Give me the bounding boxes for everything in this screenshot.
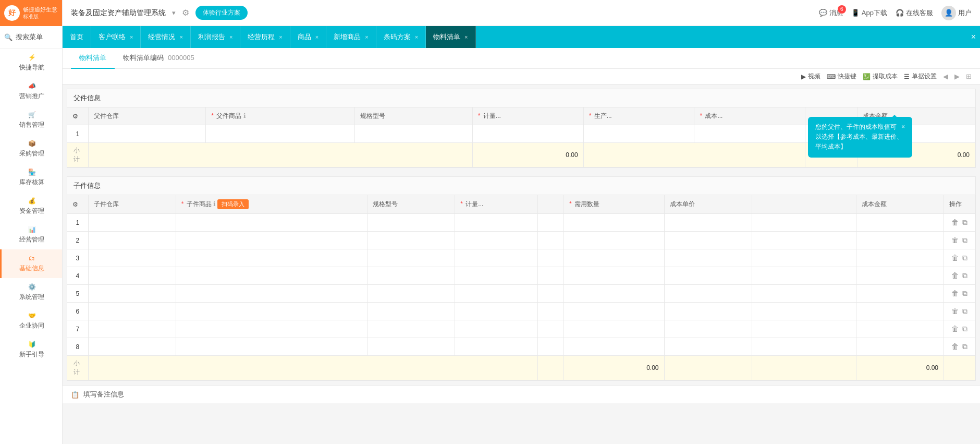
child-unit-cell[interactable]	[455, 214, 538, 232]
child-unit-cell[interactable]	[455, 303, 538, 320]
child-unit-price-cell[interactable]	[664, 214, 752, 232]
child-goods-cell[interactable]	[176, 320, 367, 338]
sidebar-item-operation[interactable]: 📊 经营管理	[0, 221, 62, 249]
tab-goods[interactable]: 商品 ×	[290, 26, 326, 48]
child-spec-cell[interactable]	[368, 267, 455, 285]
parent-production-cell[interactable]	[583, 125, 694, 143]
child-quantity-cell[interactable]	[564, 320, 664, 338]
copy-icon[interactable]: ⧉	[962, 325, 967, 333]
delete-icon[interactable]: 🗑	[951, 307, 959, 315]
child-quantity-cell[interactable]	[564, 285, 664, 303]
parent-cost-cell[interactable]	[694, 125, 805, 143]
child-spec-cell[interactable]	[368, 214, 455, 232]
tab-bom[interactable]: 物料清单 ×	[426, 26, 475, 48]
child-unit-price-cell[interactable]	[664, 285, 752, 303]
child-goods-cell[interactable]	[176, 249, 367, 267]
tab-customer-close[interactable]: ×	[130, 34, 133, 40]
sidebar-item-basic-info[interactable]: 🗂 基础信息	[0, 249, 62, 278]
child-quantity-cell[interactable]	[564, 232, 664, 249]
sidebar-item-purchase[interactable]: 📦 采购管理	[0, 135, 62, 163]
child-spec-cell[interactable]	[368, 338, 455, 356]
delete-icon[interactable]: 🗑	[951, 271, 959, 280]
sidebar-item-sales[interactable]: 🛒 销售管理	[0, 106, 62, 135]
toolbar-extract-cost[interactable]: 💹 提取成本	[863, 72, 898, 81]
delete-icon[interactable]: 🗑	[951, 218, 959, 226]
delete-icon[interactable]: 🗑	[951, 254, 959, 262]
parent-warehouse-cell[interactable]	[88, 125, 206, 143]
tab-barcode[interactable]: 条码方案 ×	[376, 26, 426, 48]
tab-profit-close[interactable]: ×	[229, 34, 232, 40]
sidebar-item-inventory[interactable]: 🏪 库存核算	[0, 163, 62, 192]
tab-bom-close[interactable]: ×	[464, 34, 468, 40]
sub-tab-bom-list[interactable]: 物料清单	[71, 48, 115, 69]
copy-icon[interactable]: ⧉	[962, 289, 967, 297]
user-area[interactable]: 👤 用户	[941, 6, 972, 20]
child-unit-cell[interactable]	[455, 320, 538, 338]
toolbar-arrow-right[interactable]: ▶	[954, 73, 960, 80]
tab-new-goods[interactable]: 新增商品 ×	[326, 26, 376, 48]
tab-history-close[interactable]: ×	[279, 34, 282, 40]
toolbar-video[interactable]: ▶ 视频	[801, 72, 820, 81]
delete-icon[interactable]: 🗑	[951, 342, 959, 351]
child-goods-cell[interactable]	[176, 214, 367, 232]
toolbar-single-settings[interactable]: ☰ 单据设置	[904, 72, 937, 81]
sidebar-search[interactable]: 🔍 搜索菜单	[0, 26, 62, 49]
child-spec-cell[interactable]	[368, 320, 455, 338]
child-unit-price-cell[interactable]	[664, 303, 752, 320]
info-icon[interactable]: ℹ	[243, 112, 246, 119]
child-unit-cell[interactable]	[455, 249, 538, 267]
child-quantity-cell[interactable]	[564, 267, 664, 285]
tab-barcode-close[interactable]: ×	[415, 34, 418, 40]
child-goods-cell[interactable]	[176, 338, 367, 356]
child-spec-cell[interactable]	[368, 285, 455, 303]
child-warehouse-cell[interactable]	[88, 338, 176, 356]
child-warehouse-cell[interactable]	[88, 285, 176, 303]
child-unit-cell[interactable]	[455, 285, 538, 303]
tab-operation-close[interactable]: ×	[179, 34, 182, 40]
child-warehouse-cell[interactable]	[88, 320, 176, 338]
tooltip-close-button[interactable]: ×	[901, 122, 905, 132]
delete-icon[interactable]: 🗑	[951, 289, 959, 297]
toolbar-shortcut[interactable]: ⌨ 快捷键	[827, 72, 856, 81]
sidebar-item-finance[interactable]: 💰 资金管理	[0, 192, 62, 221]
tab-home[interactable]: 首页	[63, 26, 91, 48]
child-goods-cell[interactable]	[176, 303, 367, 320]
child-unit-price-cell[interactable]	[664, 320, 752, 338]
copy-icon[interactable]: ⧉	[962, 254, 967, 262]
info-icon[interactable]: ℹ	[213, 200, 216, 208]
child-unit-price-cell[interactable]	[664, 338, 752, 356]
child-warehouse-cell[interactable]	[88, 214, 176, 232]
copy-icon[interactable]: ⧉	[962, 342, 967, 351]
tab-goods-close[interactable]: ×	[315, 34, 318, 40]
delete-icon[interactable]: 🗑	[951, 236, 959, 244]
parent-goods-cell[interactable]	[206, 125, 355, 143]
settings-button[interactable]: ⚙	[182, 8, 189, 18]
copy-icon[interactable]: ⧉	[962, 236, 967, 244]
sidebar-item-enterprise[interactable]: 🤝 企业协同	[0, 307, 62, 335]
experience-button[interactable]: 体验行业方案	[195, 6, 248, 20]
child-quantity-cell[interactable]	[564, 249, 664, 267]
child-warehouse-cell[interactable]	[88, 249, 176, 267]
child-spec-cell[interactable]	[368, 232, 455, 249]
copy-icon[interactable]: ⧉	[962, 218, 967, 226]
child-goods-cell[interactable]	[176, 285, 367, 303]
toolbar-grid-icon[interactable]: ⊞	[966, 73, 972, 80]
child-unit-cell[interactable]	[455, 267, 538, 285]
toolbar-arrow-left[interactable]: ◀	[943, 73, 948, 80]
child-warehouse-cell[interactable]	[88, 303, 176, 320]
parent-spec-cell[interactable]	[355, 125, 473, 143]
child-goods-cell[interactable]	[176, 267, 367, 285]
app-download-button[interactable]: 📱 App下载	[851, 8, 887, 18]
child-goods-cell[interactable]	[176, 232, 367, 249]
parent-unit-cell[interactable]	[472, 125, 583, 143]
scan-button[interactable]: 扫码录入	[217, 199, 249, 209]
search-button[interactable]: 🔍 搜索菜单	[4, 30, 58, 44]
tab-history[interactable]: 经营历程 ×	[240, 26, 290, 48]
child-unit-price-cell[interactable]	[664, 249, 752, 267]
tab-customer[interactable]: 客户联络 ×	[91, 26, 141, 48]
sub-tab-bom-code[interactable]: 物料清单编码 0000005	[115, 48, 203, 69]
sidebar-item-system[interactable]: ⚙️ 系统管理	[0, 278, 62, 307]
copy-icon[interactable]: ⧉	[962, 271, 967, 280]
child-quantity-cell[interactable]	[564, 338, 664, 356]
tab-profit[interactable]: 利润报告 ×	[191, 26, 240, 48]
